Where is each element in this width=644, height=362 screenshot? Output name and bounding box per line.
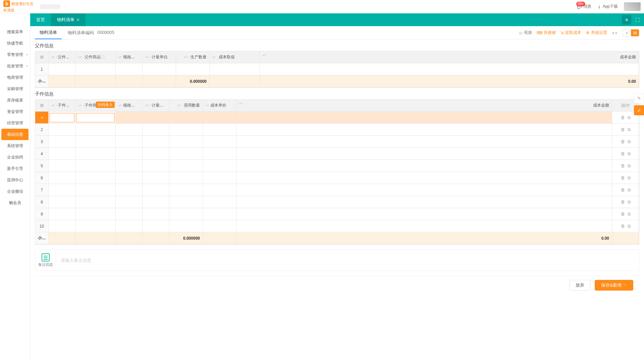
table-row[interactable]: +🗑⧉ [35,112,639,124]
extract-icon: ⇲ [560,31,564,35]
col-child-code[interactable]: ▴▾·子件... [49,100,75,112]
sidebar-item-13[interactable]: 应用中心 [0,174,30,186]
float-expand-button[interactable]: ⤢ [634,105,644,115]
col-child-unit-cost[interactable]: ▴▾成本单价 [203,100,236,112]
tab-close-all-button[interactable]: ✕ [622,15,631,24]
col-child-unit[interactable]: ▴▾·计量... [143,100,169,112]
delete-icon[interactable]: 🗑 [621,224,625,229]
table-row[interactable]: 6🗑⧉ [35,172,639,184]
table-row[interactable]: 7🗑⧉ [35,184,639,196]
app-download-link[interactable]: ⭳ App下载 [597,4,618,9]
row-number: 1 [35,63,49,75]
delete-icon[interactable]: 🗑 [621,187,625,192]
sidebar-item-7[interactable]: 资金管理 [0,106,30,117]
brand-name: 畅捷通好生意 [11,1,34,6]
copy-icon[interactable]: ⧉ [628,224,631,229]
table-row[interactable]: 10🗑⧉ [35,220,639,232]
fullscreen-icon[interactable]: ⛶ [633,15,642,24]
sidebar-item-11[interactable]: 企业协同 [0,152,30,163]
table-row[interactable]: 8🗑⧉ [35,196,639,208]
row-number: 6 [35,172,49,184]
table-row[interactable]: 9🗑⧉ [35,208,639,220]
toolbar-video[interactable]: ▷视频 [520,30,532,36]
toolbar-shortcut[interactable]: ⌨快捷键 [537,30,556,36]
toolbar-extract-cost[interactable]: ⇲提取成本 [560,30,581,36]
logo-block: b 畅捷通好生意 标准版 [3,0,34,13]
remark-input[interactable] [61,258,634,263]
child-product-input[interactable] [76,113,115,122]
add-row-button[interactable]: + [39,115,45,121]
prev-doc-icon[interactable]: ◂ [612,30,614,35]
delete-icon[interactable]: 🗑 [621,139,625,144]
close-icon[interactable]: ✕ [76,18,79,22]
table-row[interactable]: 4🗑⧉ [35,148,639,160]
sidebar-item-9[interactable]: 基础信息 [1,129,29,140]
sidebar-item-3[interactable]: 批发管理 [0,60,30,72]
table-row[interactable]: 3🗑⧉ [35,136,639,148]
sidebar-item-12[interactable]: 新手引导 [0,163,30,174]
parent-table: ⚙ ▴▾·父件... ▴▾·父件商品ⓘ ▴▾规格... ▴▾·计量单位 ▴▾·生… [35,51,639,88]
delete-icon[interactable]: 🗑 [621,199,625,204]
delete-icon[interactable]: 🗑 [621,163,625,168]
table-row[interactable]: 2🗑⧉ [35,124,639,136]
copy-icon[interactable]: ⧉ [628,151,631,156]
messages-link[interactable]: 💬 消息 [577,4,591,9]
discard-button[interactable]: 放弃 [569,280,591,291]
copy-icon[interactable]: ⧉ [628,187,631,192]
table-row[interactable]: 1 [35,63,639,75]
col-parent-cost-source[interactable]: ▴▾·成本取值 [210,51,260,63]
scan-input-badge[interactable]: 扫码录入 [96,102,115,108]
sidebar-item-8[interactable]: 经营管理 [0,117,30,129]
col-child-amount[interactable]: ▴▾成本金额 [236,100,612,112]
toolbar-doc-settings[interactable]: ⚙单据设置 [586,30,607,36]
sidebar-item-2[interactable]: 零售管理 [0,49,30,60]
delete-icon[interactable]: 🗑 [621,175,625,180]
copy-icon[interactable]: ⧉ [628,139,631,144]
tab-bom[interactable]: 物料清单 ✕ [51,13,86,26]
tab-home[interactable]: 首页 [30,13,51,26]
table-row[interactable]: 5🗑⧉ [35,160,639,172]
copy-icon[interactable]: ⧉ [628,163,631,168]
sidebar-item-1[interactable]: 快捷导航 [0,38,30,49]
sidebar-item-10[interactable]: 系统管理 [0,140,30,152]
col-parent-spec[interactable]: ▴▾规格... [116,51,143,63]
gear-column[interactable]: ⚙ [35,100,49,112]
save-and-new-button[interactable]: 保存&新增﹀ [595,280,633,291]
delete-icon[interactable]: 🗑 [621,115,625,120]
copy-icon[interactable]: ⧉ [628,127,631,132]
float-edit-button[interactable]: ✎ [634,93,644,103]
sidebar-item-6[interactable]: 库存核算 [0,95,30,106]
view-form-button[interactable]: ▤ [631,29,639,36]
copy-icon[interactable]: ⧉ [628,175,631,180]
view-list-button[interactable]: ≡ [623,29,631,36]
delete-icon[interactable]: 🗑 [621,127,625,132]
sidebar-item-4[interactable]: 电商管理 [0,72,30,83]
col-parent-code[interactable]: ▴▾·父件... [49,51,75,63]
copy-icon[interactable]: ⧉ [628,212,631,217]
col-parent-unit[interactable]: ▴▾·计量单位 [143,51,176,63]
col-child-qty[interactable]: ▴▾·需用数量 [169,100,203,112]
child-code-input[interactable] [49,113,74,122]
col-parent-qty[interactable]: ▴▾·生产数量 [176,51,210,63]
col-child-spec[interactable]: ▴▾规格... [116,100,143,112]
note-icon [42,253,50,261]
org-selector[interactable]: ﹀ [34,4,101,9]
sidebar-item-15[interactable]: 畅会员 [0,197,30,208]
col-parent-product[interactable]: ▴▾·父件商品ⓘ [75,51,116,63]
gear-column[interactable]: ⚙ [35,51,49,63]
sidebar-item-5[interactable]: 采购管理 [0,83,30,95]
sidebar-item-0[interactable]: 搜索菜单 [0,26,30,38]
col-child-product[interactable]: ▴▾·子件商扫码录入 [75,100,116,112]
top-header: b 畅捷通好生意 标准版 ﹀ 💬 消息 ⭳ App下载 [0,0,644,13]
delete-icon[interactable]: 🗑 [621,151,625,156]
delete-icon[interactable]: 🗑 [621,212,625,217]
sub-tab-bom[interactable]: 物料清单 [35,26,62,39]
avatar[interactable] [624,2,641,11]
next-doc-icon[interactable]: ▸ [615,30,618,35]
col-parent-amount[interactable]: ▴▾成本金额 [260,51,639,63]
row-number: 10 [35,220,49,232]
copy-icon[interactable]: ⧉ [628,199,631,204]
gear-icon: ⚙ [40,55,44,60]
copy-icon[interactable]: ⧉ [628,115,631,120]
sidebar-item-14[interactable]: 企业微信 [0,186,30,197]
